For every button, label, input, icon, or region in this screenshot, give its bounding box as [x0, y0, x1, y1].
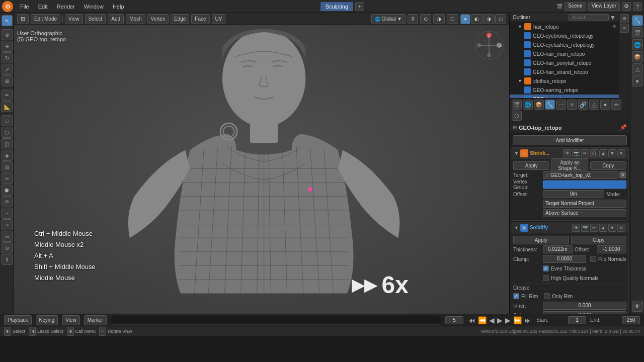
rsb-modifier-btn[interactable]: 🔧: [632, 15, 643, 26]
offset-input-sol[interactable]: -1.0000: [597, 245, 626, 253]
shrinkwrap-down-btn[interactable]: ▼: [608, 149, 616, 157]
modifier-props-btn[interactable]: 🔧: [545, 100, 555, 110]
rsb-data-btn[interactable]: △: [632, 63, 643, 74]
rendered-btn[interactable]: ◐: [471, 14, 482, 24]
randomize-btn[interactable]: ≋: [2, 219, 13, 230]
outliner-item-geo-top[interactable]: GEO-top_retopo: [510, 95, 619, 99]
only-rim-cb[interactable]: [544, 293, 550, 299]
rsb-material-btn[interactable]: ●: [632, 75, 643, 86]
outliner-item-clothes[interactable]: ▼ clothes_retopo: [510, 76, 619, 85]
vertex-menu-btn[interactable]: Vertex: [147, 14, 169, 24]
jump-start-btn[interactable]: ⏮: [467, 316, 476, 324]
marker-menu-btn[interactable]: Marker: [84, 315, 107, 325]
solid-shading-btn[interactable]: ●: [460, 14, 470, 24]
play-btn[interactable]: ▶: [496, 316, 504, 324]
poly-build-btn[interactable]: ⬟: [2, 185, 13, 196]
solidify-vis-btn[interactable]: 👁: [572, 224, 580, 232]
shrinkwrap-up-btn[interactable]: ▲: [599, 149, 607, 157]
material-props-btn[interactable]: ●: [600, 100, 610, 110]
overlay-btn[interactable]: ◑: [433, 14, 445, 24]
snap-btn[interactable]: ⚲: [408, 14, 418, 24]
object-props-btn[interactable]: 📦: [534, 100, 544, 110]
target-clear-btn[interactable]: ✕: [619, 171, 626, 178]
shrinkwrap-edit-btn[interactable]: ✏: [581, 149, 589, 157]
loop-cut-btn[interactable]: ⊟: [2, 161, 13, 172]
scale-tool-btn[interactable]: ⤢: [2, 64, 13, 75]
global-transform-btn[interactable]: 🌐 Global ▼: [371, 14, 406, 24]
offset-input-sw[interactable]: 0m: [543, 190, 604, 198]
menu-window[interactable]: Window: [80, 3, 108, 11]
clamp-input[interactable]: 0.0000: [543, 255, 586, 263]
scene-props-btn[interactable]: 🎬: [512, 100, 522, 110]
solidify-up-btn[interactable]: ▲: [599, 224, 607, 232]
solidify-expand-icon[interactable]: ▼: [514, 225, 519, 230]
next-frame-btn[interactable]: ▶: [504, 316, 512, 324]
solidify-apply-btn[interactable]: Apply: [513, 236, 569, 244]
shrinkwrap-cage-btn[interactable]: ⬡: [590, 149, 598, 157]
add-modifier-btn[interactable]: Add Modifier: [513, 135, 627, 145]
solidify-icon-btn[interactable]: ▣: [520, 224, 528, 232]
editor-type-btn[interactable]: ⊞: [17, 14, 29, 24]
face-menu-btn[interactable]: Face: [191, 14, 209, 24]
add-menu-btn[interactable]: Add: [108, 14, 124, 24]
workspace-sculpting[interactable]: Sculpting: [320, 2, 353, 11]
outliner-icon1[interactable]: ⊞: [620, 14, 629, 23]
view-menu-timeline-btn[interactable]: View: [62, 315, 80, 325]
rsb-scene-btn[interactable]: 🎬: [632, 27, 643, 38]
outliner-item-hair-retopo[interactable]: ▼ hair_retopo 👁: [510, 22, 619, 31]
outer-input[interactable]: 0.000: [543, 311, 626, 314]
knife-btn[interactable]: ✂: [2, 173, 13, 184]
select-menu-btn[interactable]: Select: [85, 14, 106, 24]
material-btn[interactable]: ◑: [483, 14, 495, 24]
shrinkwrap-apply-btn[interactable]: Apply: [513, 161, 549, 170]
shrink-fatten-btn[interactable]: ⊙: [2, 242, 13, 253]
bevel-btn[interactable]: ◈: [2, 150, 13, 161]
rsb-world-btn[interactable]: 🌐: [632, 39, 643, 50]
constraints-props-btn[interactable]: 🔗: [578, 100, 588, 110]
outliner-search[interactable]: [569, 14, 609, 21]
mode-btn[interactable]: Edit Mode: [31, 14, 60, 24]
object-pin-btn[interactable]: 📌: [620, 124, 627, 131]
select-tool-btn[interactable]: ↖: [2, 15, 13, 26]
rsb-object-btn[interactable]: 📦: [632, 51, 643, 62]
menu-render[interactable]: Render: [53, 3, 79, 11]
even-thickness-cb[interactable]: [543, 265, 549, 272]
playback-menu-btn[interactable]: Playback: [4, 315, 32, 325]
edit-btn[interactable]: ✏: [611, 100, 621, 110]
rotate-tool-btn[interactable]: ↻: [2, 52, 13, 63]
proportional-btn[interactable]: ⊙: [420, 14, 431, 24]
navigation-gizmo[interactable]: Z X: [474, 30, 504, 60]
extrude-btn[interactable]: ⬡: [2, 127, 13, 138]
timeline-scrubber[interactable]: [111, 316, 441, 325]
outliner-item-eyelashes[interactable]: GEO-eyelashes_retopology: [510, 40, 619, 49]
outliner-item-eyebrows[interactable]: GEO-eyebrows_retopology: [510, 31, 619, 40]
mesh-menu-btn[interactable]: Mesh: [126, 14, 145, 24]
menu-help[interactable]: Help: [109, 3, 128, 11]
xray-btn[interactable]: ⬡: [447, 14, 458, 24]
shrinkwrap-copy-btn[interactable]: Copy: [590, 161, 626, 170]
menu-edit[interactable]: Edit: [34, 3, 52, 11]
eye-icon-hair[interactable]: 👁: [612, 24, 617, 29]
thickness-input[interactable]: 0.0222m: [543, 245, 573, 253]
measure-tool-btn[interactable]: 📐: [2, 101, 13, 112]
outliner-item-earring[interactable]: GEO-earring_retopo: [510, 85, 619, 95]
view-layer-input[interactable]: View Layer: [588, 2, 620, 11]
solidify-render-btn[interactable]: 📷: [581, 224, 589, 232]
end-frame-input[interactable]: 250: [622, 316, 640, 324]
move-tool-btn[interactable]: ✛: [2, 41, 13, 52]
shrinkwrap-icon-btn[interactable]: ⊙: [520, 149, 528, 157]
target-input[interactable]: △ GEO-tank_top_v2: [543, 171, 618, 179]
shrinkwrap-render-btn[interactable]: 📷: [572, 149, 580, 157]
outliner-icon2[interactable]: ≡: [620, 24, 629, 33]
outliner-item-ponytail[interactable]: GEO-hair_ponytail_retopo: [510, 58, 619, 67]
solidify-close-btn[interactable]: ✕: [617, 224, 625, 232]
preferences-btn[interactable]: ⚙: [622, 2, 631, 11]
viewport-3d[interactable]: ⊞ Edit Mode View Select Add Mesh Vertex …: [14, 13, 509, 314]
prev-keyframe-btn[interactable]: ⏪: [477, 316, 488, 324]
next-keyframe-btn[interactable]: ⏩: [512, 316, 523, 324]
mode-value-sw[interactable]: Target Normal Project: [543, 200, 626, 208]
world-props-btn[interactable]: 🌐: [523, 100, 533, 110]
jump-end-btn[interactable]: ⏭: [523, 316, 532, 324]
prev-frame-btn[interactable]: ◀: [488, 316, 496, 324]
expand-props-btn[interactable]: ⬡: [512, 111, 522, 121]
